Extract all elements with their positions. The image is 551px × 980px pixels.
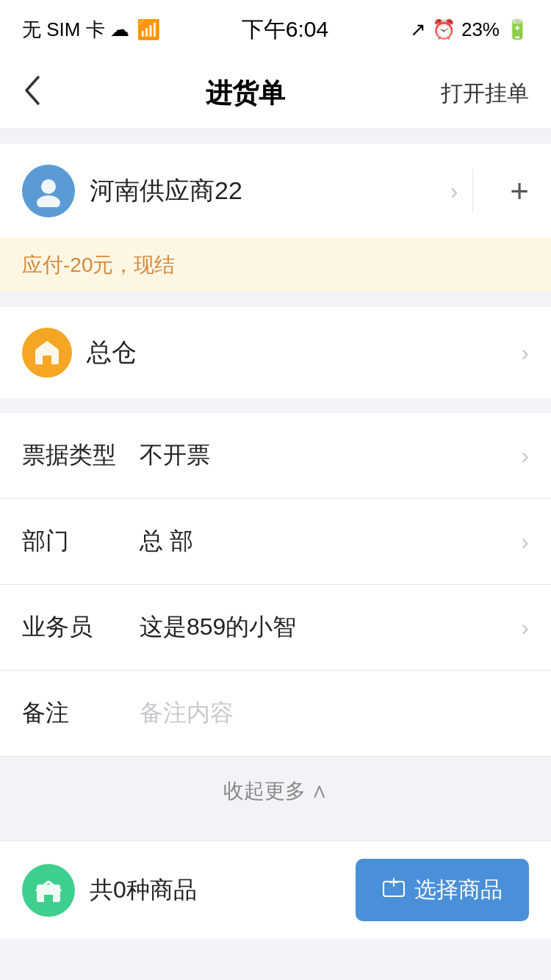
collapse-row[interactable]: 收起更多 ∧ (0, 756, 551, 826)
add-supplier-button[interactable]: + (510, 173, 529, 209)
salesperson-label: 业务员 (22, 611, 125, 644)
warehouse-chevron-icon: › (521, 339, 529, 367)
section-gap-1 (0, 129, 551, 144)
product-icon (22, 864, 75, 917)
invoice-type-value: 不开票 (140, 439, 521, 472)
department-value: 总 部 (140, 525, 521, 558)
notice-bar: 应付-20元，现结 (0, 238, 551, 292)
svg-point-1 (37, 195, 60, 207)
warehouse-section: 总仓 › (0, 307, 551, 398)
remark-label: 备注 (22, 697, 125, 729)
notice-text: 应付-20元，现结 (22, 253, 175, 276)
invoice-type-row[interactable]: 票据类型 不开票 › (0, 413, 551, 498)
supplier-section: 河南供应商22 › + 应付-20元，现结 (0, 144, 551, 292)
back-button[interactable] (22, 67, 50, 120)
select-product-label: 选择商品 (414, 875, 503, 905)
empty-content-area (0, 939, 551, 980)
status-right: ↗ ⏰ 23% 🔋 (410, 18, 529, 41)
svg-point-0 (41, 179, 56, 194)
status-left: 无 SIM 卡 ☁ 📶 (22, 17, 160, 43)
department-row[interactable]: 部门 总 部 › (0, 498, 551, 584)
salesperson-row[interactable]: 业务员 这是859的小智 › (0, 584, 551, 670)
invoice-type-chevron-icon: › (521, 442, 529, 469)
supplier-row[interactable]: 河南供应商22 › + (0, 144, 551, 238)
battery-label: 23% (461, 18, 500, 41)
page-title: 进货单 (206, 76, 285, 112)
salesperson-chevron-icon: › (521, 614, 529, 641)
sim-label: 无 SIM 卡 ☁ (22, 17, 129, 43)
svg-marker-3 (35, 341, 59, 350)
wifi-icon: 📶 (137, 18, 160, 41)
department-chevron-icon: › (521, 528, 529, 555)
svg-rect-6 (44, 895, 53, 902)
warehouse-row[interactable]: 总仓 › (0, 307, 551, 398)
status-time: 下午6:04 (242, 15, 328, 45)
supplier-name: 河南供应商22 (90, 174, 450, 208)
svg-rect-4 (43, 356, 51, 364)
bottom-bar: 共0种商品 选择商品 (0, 840, 551, 939)
section-gap-3 (0, 398, 551, 413)
select-product-icon (382, 876, 406, 904)
department-label: 部门 (22, 525, 125, 558)
battery-icon: 🔋 (505, 18, 529, 41)
product-count-label: 共0种商品 (90, 874, 356, 907)
nav-bar: 进货单 打开挂单 (0, 59, 551, 129)
location-icon: ↗ (410, 18, 426, 41)
section-gap-2 (0, 292, 551, 307)
form-section: 票据类型 不开票 › 部门 总 部 › 业务员 这是859的小智 › 备注 备注… (0, 413, 551, 756)
invoice-type-label: 票据类型 (22, 439, 125, 472)
salesperson-value: 这是859的小智 (140, 611, 521, 644)
select-product-button[interactable]: 选择商品 (356, 859, 529, 921)
divider (472, 169, 473, 213)
warehouse-name: 总仓 (87, 336, 521, 370)
remark-placeholder: 备注内容 (140, 697, 529, 729)
alarm-icon: ⏰ (432, 18, 455, 41)
warehouse-icon (22, 328, 72, 378)
chevron-right-icon: › (450, 178, 458, 205)
collapse-label: 收起更多 ∧ (223, 777, 328, 805)
remark-row[interactable]: 备注 备注内容 (0, 670, 551, 756)
status-bar: 无 SIM 卡 ☁ 📶 下午6:04 ↗ ⏰ 23% 🔋 (0, 0, 551, 59)
open-pending-button[interactable]: 打开挂单 (441, 79, 529, 109)
supplier-avatar (22, 165, 75, 217)
